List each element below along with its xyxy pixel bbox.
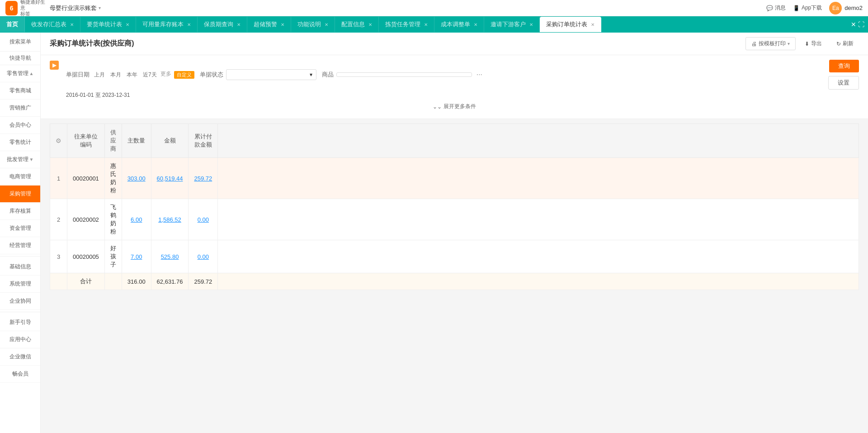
tab-shoufacun-close[interactable]: ✕ (70, 22, 74, 27)
cell-supplier: 惠氏奶粉 (104, 158, 122, 199)
message-icon: 💬 (766, 5, 773, 11)
refresh-button[interactable]: ↻ 刷新 (831, 38, 859, 50)
tab-home[interactable]: 首页 (0, 17, 25, 32)
sidebar-item-retail-mall[interactable]: 零售商城 (0, 82, 40, 100)
tab-peizhi-close[interactable]: ✕ (368, 22, 372, 27)
filter-row1: 单据日期 上月 本月 本年 近7天 更多 自定义 单据状态 (66, 60, 859, 90)
tab-maximize-button[interactable]: ⛶ (858, 21, 864, 28)
status-select[interactable]: ▾ (226, 69, 316, 80)
settings-button[interactable]: 设置 (828, 76, 859, 90)
user-profile[interactable]: Ea demo2 (829, 2, 863, 14)
sidebar-item-system[interactable]: 系统管理 (0, 276, 40, 293)
table-row[interactable]: 1 00020001 惠氏奶粉 303.00 60,519.44 259.72 (50, 158, 859, 199)
sidebar-item-system-label: 系统管理 (9, 280, 31, 288)
logo-area: 6 畅捷通好生意 标签 (5, 0, 46, 17)
gear-icon[interactable]: ⚙ (56, 137, 61, 144)
sidebar-item-wechat[interactable]: 企业微信 (0, 348, 40, 366)
tab-gongneng-label: 功能说明 (297, 20, 321, 29)
export-button[interactable]: ⬇ 导出 (799, 38, 827, 50)
content-area: 采购订单统计表(按供应商) 🖨 按模板打印 ▾ ⬇ 导出 ↻ 刷新 (41, 33, 868, 433)
tab-peizhi[interactable]: 配置信息 ✕ (335, 17, 379, 32)
tab-keyongliang-close[interactable]: ✕ (187, 22, 191, 27)
cell-qty[interactable]: 6.00 (122, 199, 151, 240)
th-empty (218, 124, 859, 158)
refresh-icon: ↻ (836, 41, 841, 47)
tab-keyongliang[interactable]: 可用量库存账本 ✕ (136, 17, 198, 32)
goods-select[interactable] (336, 72, 472, 77)
table-row[interactable]: 2 00020002 飞鹤奶粉 6.00 1,586.52 0.00 (50, 199, 859, 240)
tab-jianhuo-close[interactable]: ✕ (424, 22, 428, 27)
message-button[interactable]: 💬 消息 (766, 4, 786, 12)
sidebar-item-marketing[interactable]: 营销推广 (0, 100, 40, 117)
status-select-chevron: ▾ (310, 71, 312, 78)
custom-badge[interactable]: 自定义 (174, 71, 194, 79)
collapse-button[interactable]: ▶ (50, 60, 59, 70)
filter-actions: 查询 设置 (828, 60, 859, 90)
sidebar-item-inventory[interactable]: 库存核算 (0, 203, 40, 220)
tab-chaochu[interactable]: 超储预警 ✕ (247, 17, 291, 32)
tab-close-button[interactable]: ✕ (851, 21, 856, 28)
tab-chengben[interactable]: 成本调整单 ✕ (434, 17, 484, 32)
tab-gongneng[interactable]: 功能说明 ✕ (291, 17, 335, 32)
sidebar-item-member[interactable]: 会员中心 (0, 117, 40, 134)
shortcut-this-year[interactable]: 本年 (125, 70, 139, 80)
search-menu-button[interactable]: 搜索菜单 (3, 36, 38, 48)
tab-caigou-close[interactable]: ✕ (591, 22, 594, 27)
shortcut-last-month[interactable]: 上月 (92, 70, 107, 80)
sidebar-item-retail-mgmt[interactable]: 零售管理 ▲ (0, 65, 40, 82)
shortcut-this-month[interactable]: 本月 (108, 70, 123, 80)
tab-baozhi[interactable]: 保质期查询 ✕ (198, 17, 247, 32)
tab-chengben-close[interactable]: ✕ (474, 22, 477, 27)
expand-more-button[interactable]: ⌄⌄ 展开更多条件 (50, 99, 859, 114)
tab-yaohuo[interactable]: 要货单统计表 ✕ (80, 17, 136, 32)
sidebar-item-app-center[interactable]: 应用中心 (0, 331, 40, 348)
tab-yaoqing-close[interactable]: ✕ (529, 22, 533, 27)
cell-empty (218, 199, 859, 240)
footer-empty1 (50, 273, 67, 290)
workspace-selector[interactable]: 母婴行业演示账套 ▾ (46, 3, 104, 13)
goods-more-dots[interactable]: ··· (476, 71, 482, 79)
cell-amount[interactable]: 1,586.52 (151, 199, 189, 240)
tab-caigou-active[interactable]: 采购订单统计表 ✕ (540, 17, 601, 32)
cell-paid[interactable]: 0.00 (189, 240, 218, 273)
cell-qty[interactable]: 303.00 (122, 158, 151, 199)
sidebar-item-newbie[interactable]: 新手引导 (0, 314, 40, 331)
cell-paid[interactable]: 259.72 (189, 158, 218, 199)
tab-yaohuo-close[interactable]: ✕ (126, 22, 129, 27)
sidebar-item-retail-stats[interactable]: 零售统计 (0, 134, 40, 151)
cell-amount[interactable]: 525.80 (151, 240, 189, 273)
tab-chaochu-close[interactable]: ✕ (281, 22, 284, 27)
sidebar-item-ecommerce[interactable]: 电商管理 (0, 168, 40, 186)
sidebar-item-basic-info[interactable]: 基础信息 (0, 258, 40, 276)
tab-shoufacun[interactable]: 收发存汇总表 ✕ (25, 17, 80, 32)
sidebar-item-operations[interactable]: 经营管理 (0, 237, 40, 254)
print-button[interactable]: 🖨 按模板打印 ▾ (745, 37, 796, 50)
cell-qty[interactable]: 7.00 (122, 240, 151, 273)
cell-amount[interactable]: 60,519.44 (151, 158, 189, 199)
sidebar-item-purchase-label: 采购管理 (9, 190, 31, 198)
cell-paid[interactable]: 0.00 (189, 199, 218, 240)
tab-gongneng-close[interactable]: ✕ (325, 22, 328, 27)
tab-yaoqing[interactable]: 邀请下游客户 ✕ (484, 17, 540, 32)
sidebar-item-finance[interactable]: 资金管理 (0, 220, 40, 237)
tab-jianhuo[interactable]: 拣货任务管理 ✕ (379, 17, 434, 32)
sidebar-item-wholesale[interactable]: 批发管理 ▼ (0, 151, 40, 168)
expand-icon: ⌄⌄ (433, 104, 442, 110)
shortcut-more[interactable]: 更多 (160, 70, 171, 80)
user-name: demo2 (844, 5, 863, 11)
quick-nav-button[interactable]: 快捷导航 (0, 52, 40, 65)
sidebar-item-retail-stats-label: 零售统计 (9, 138, 31, 146)
sidebar-item-enterprise[interactable]: 企业协同 (0, 293, 40, 310)
logo-icon: 6 (5, 1, 18, 15)
sidebar-item-member2[interactable]: 畅会员 (0, 366, 40, 383)
shortcut-7days[interactable]: 近7天 (141, 70, 159, 80)
table-row[interactable]: 3 00020005 好孩子 7.00 525.80 0.00 (50, 240, 859, 273)
date-range-display: 2016-01-01 至 2023-12-31 (66, 91, 859, 99)
tab-baozhi-close[interactable]: ✕ (237, 22, 241, 27)
sidebar-item-app-center-label: 应用中心 (9, 336, 31, 343)
sidebar-item-purchase[interactable]: 采购管理 (0, 186, 40, 203)
app-download-button[interactable]: 📱 App下载 (793, 4, 822, 12)
query-button[interactable]: 查询 (829, 60, 859, 72)
date-filter-label: 单据日期 (66, 71, 90, 79)
print-chevron: ▾ (788, 41, 790, 46)
